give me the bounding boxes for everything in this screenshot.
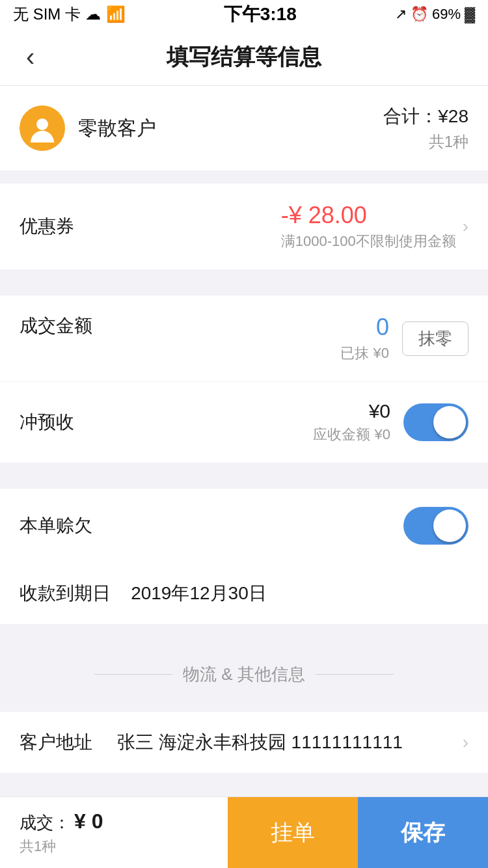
page-title: 填写结算等信息 [167, 42, 321, 72]
prepayment-row: 冲预收 ¥0 应收金额 ¥0 [0, 382, 488, 463]
bottom-deal-label: 成交： [20, 811, 70, 834]
hold-button[interactable]: 挂单 [228, 797, 358, 869]
section-divider-3 [0, 637, 488, 650]
customer-section: 零散客户 合计：¥28 共1种 [0, 86, 488, 170]
due-date-label: 收款到期日 [20, 583, 111, 603]
transaction-label: 成交金额 [20, 314, 124, 338]
coupon-section[interactable]: 优惠券 -¥ 28.00 满1000-100不限制使用金额 › [0, 183, 488, 269]
address-section: 客户地址 张三 海淀永丰科技园 11111111111 › [0, 712, 488, 773]
avatar-icon [28, 114, 57, 142]
coupon-right: -¥ 28.00 满1000-100不限制使用金额 › [281, 202, 468, 251]
debt-row: 本单赊欠 [0, 489, 488, 563]
save-button[interactable]: 保存 [358, 797, 488, 869]
due-date-content: 收款到期日 2019年12月30日 [20, 583, 267, 603]
wifi-icon: 📶 [106, 5, 126, 23]
transaction-value: 0 [376, 314, 389, 340]
transaction-right: 0 已抹 ¥0 抹零 [340, 314, 468, 363]
bottom-amount: ¥ 0 [74, 809, 103, 834]
transaction-amount-row: 成交金额 0 已抹 ¥0 抹零 [0, 295, 488, 382]
coupon-arrow-icon: › [463, 216, 468, 237]
customer-total: 合计：¥28 共1种 [383, 104, 468, 152]
bottom-count: 共1种 [20, 837, 208, 856]
address-label: 客户地址 [20, 730, 104, 755]
due-date-value: 2019年12月30日 [131, 583, 267, 603]
due-date-row: 收款到期日 2019年12月30日 [0, 563, 488, 624]
transaction-section: 成交金额 0 已抹 ¥0 抹零 冲预收 ¥0 应收金额 ¥0 [0, 295, 488, 463]
signal-text: 无 SIM 卡 ☁ [13, 4, 101, 25]
address-row[interactable]: 客户地址 张三 海淀永丰科技园 11111111111 › [0, 712, 488, 773]
logistics-section-label: 物流 & 其他信息 [183, 664, 305, 684]
bottom-info: 成交： ¥ 0 共1种 [0, 809, 228, 856]
status-left: 无 SIM 卡 ☁ 📶 [13, 4, 126, 25]
coupon-label: 优惠券 [20, 214, 74, 239]
round-off-button[interactable]: 抹零 [402, 321, 468, 356]
prepayment-right: ¥0 应收金额 ¥0 [313, 400, 468, 444]
section-divider-1 [0, 282, 488, 295]
back-button[interactable]: ‹ [20, 36, 41, 78]
bottom-bar: 成交： ¥ 0 共1种 挂单 保存 [0, 796, 488, 868]
customer-row: 零散客户 合计：¥28 共1种 [0, 86, 488, 170]
address-arrow-icon: › [463, 732, 468, 753]
address-value: 张三 海淀永丰科技园 11111111111 [117, 730, 463, 755]
transaction-sub: 已抹 ¥0 [340, 344, 389, 363]
prepayment-values: ¥0 应收金额 ¥0 [313, 400, 390, 444]
customer-left: 零散客户 [20, 105, 156, 151]
customer-name: 零散客户 [78, 115, 156, 142]
total-count: 共1种 [383, 131, 468, 152]
status-time: 下午3:18 [224, 2, 297, 27]
debt-label: 本单赊欠 [20, 513, 92, 538]
section-divider-2 [0, 476, 488, 489]
logistics-section-label-row: 物流 & 其他信息 [0, 650, 488, 699]
svg-point-0 [36, 118, 48, 130]
prepayment-main-value: ¥0 [313, 400, 390, 422]
status-right: ↗ ⏰ 69% ▓ [395, 6, 475, 23]
transaction-value-group: 0 已抹 ¥0 [340, 314, 389, 363]
status-bar: 无 SIM 卡 ☁ 📶 下午3:18 ↗ ⏰ 69% ▓ [0, 0, 488, 29]
alarm-icon: ⏰ [411, 6, 428, 23]
prepayment-label: 冲预收 [20, 410, 74, 435]
debt-toggle[interactable] [403, 507, 468, 545]
content-area: 零散客户 合计：¥28 共1种 优惠券 -¥ 28.00 满1000-100不限… [0, 86, 488, 868]
battery-percent: 69% [432, 6, 461, 23]
debt-section: 本单赊欠 收款到期日 2019年12月30日 [0, 489, 488, 624]
coupon-discount: -¥ 28.00 [281, 202, 456, 229]
battery-icon: ▓ [465, 6, 475, 23]
toggle-knob [433, 406, 466, 439]
location-icon: ↗ [395, 6, 407, 23]
customer-avatar [20, 105, 65, 151]
coupon-description: 满1000-100不限制使用金额 [281, 232, 456, 251]
section-divider-4 [0, 699, 488, 712]
coupon-info: -¥ 28.00 满1000-100不限制使用金额 [281, 202, 456, 251]
prepayment-toggle[interactable] [403, 403, 468, 441]
prepayment-sub: 应收金额 ¥0 [313, 425, 390, 444]
debt-toggle-knob [433, 509, 466, 542]
total-amount: 合计：¥28 [383, 104, 468, 129]
nav-bar: ‹ 填写结算等信息 [0, 29, 488, 86]
coupon-row[interactable]: 优惠券 -¥ 28.00 满1000-100不限制使用金额 › [0, 183, 488, 269]
